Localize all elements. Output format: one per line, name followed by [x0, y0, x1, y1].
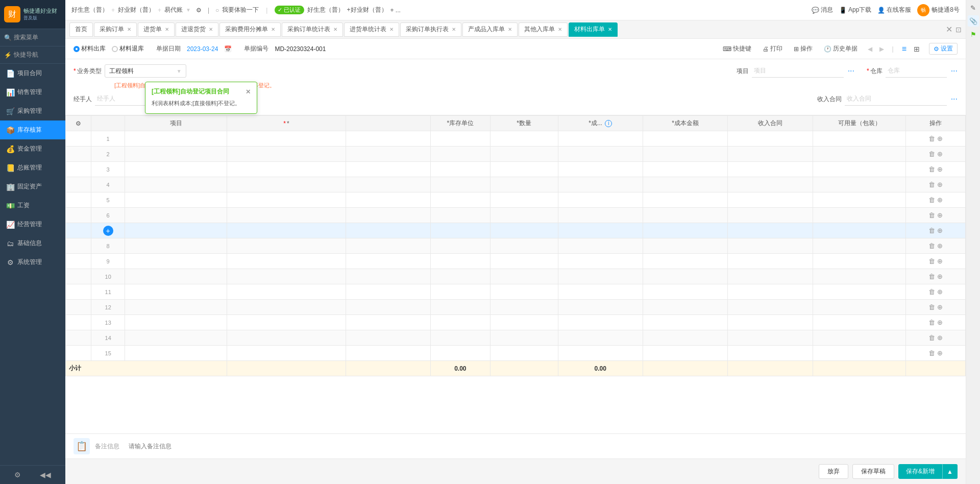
- data-cell[interactable]: [125, 254, 227, 269]
- data-cell[interactable]: [813, 330, 906, 346]
- copy-row-icon[interactable]: ⊕: [937, 319, 943, 326]
- sidebar-item-purchase[interactable]: 🛒 采购管理: [0, 102, 65, 120]
- copy-row-icon[interactable]: ⊕: [937, 181, 943, 188]
- data-cell[interactable]: [227, 177, 346, 192]
- data-cell[interactable]: [346, 284, 430, 300]
- nav-more[interactable]: + ...: [390, 7, 401, 14]
- save-new-arrow-button[interactable]: ▲: [942, 464, 958, 479]
- collapse-icon[interactable]: ◀◀: [40, 471, 51, 479]
- data-cell[interactable]: [558, 284, 643, 300]
- save-new-main-button[interactable]: 保存&新增: [898, 464, 942, 479]
- data-cell[interactable]: [125, 315, 227, 330]
- data-cell[interactable]: [227, 330, 346, 346]
- data-cell[interactable]: [227, 254, 346, 269]
- data-cell[interactable]: [728, 208, 813, 223]
- data-cell[interactable]: [643, 238, 727, 254]
- settings-icon[interactable]: ⚙: [14, 471, 21, 479]
- data-cell[interactable]: [728, 162, 813, 177]
- data-cell[interactable]: [431, 330, 490, 346]
- copy-row-icon[interactable]: ⊕: [937, 303, 943, 311]
- delete-row-icon[interactable]: 🗑: [928, 257, 935, 265]
- data-cell[interactable]: [125, 131, 227, 147]
- data-cell[interactable]: [490, 346, 558, 361]
- tab-purchase-stat-close[interactable]: ✕: [333, 27, 337, 32]
- data-cell[interactable]: [558, 223, 643, 238]
- data-cell[interactable]: [558, 177, 643, 192]
- data-cell[interactable]: [813, 300, 906, 315]
- data-cell[interactable]: [558, 238, 643, 254]
- data-cell[interactable]: [558, 192, 643, 208]
- save-draft-button[interactable]: 保存草稿: [852, 464, 894, 479]
- data-cell[interactable]: [227, 346, 346, 361]
- data-cell[interactable]: [728, 131, 813, 147]
- data-cell[interactable]: [643, 284, 727, 300]
- data-cell[interactable]: [431, 162, 490, 177]
- data-cell[interactable]: [346, 254, 430, 269]
- add-row-button[interactable]: +: [103, 226, 113, 236]
- data-cell[interactable]: [643, 223, 727, 238]
- copy-row-icon[interactable]: ⊕: [937, 165, 943, 173]
- data-cell[interactable]: [346, 177, 430, 192]
- right-flag-icon[interactable]: ⚑: [968, 29, 979, 40]
- sidebar-search[interactable]: 🔍 搜索菜单: [0, 29, 65, 46]
- data-cell[interactable]: [431, 192, 490, 208]
- data-cell[interactable]: [125, 208, 227, 223]
- data-cell[interactable]: [431, 208, 490, 223]
- data-cell[interactable]: [490, 269, 558, 284]
- tab-other-stock-close[interactable]: ✕: [558, 27, 562, 32]
- data-cell[interactable]: [643, 254, 727, 269]
- tab-purchase-receipt[interactable]: 进货单 ✕: [138, 22, 175, 37]
- tab-finished-stock-close[interactable]: ✕: [508, 27, 512, 32]
- sidebar-item-inventory[interactable]: 📦 库存核算: [0, 120, 65, 139]
- data-cell[interactable]: [813, 223, 906, 238]
- project-more-btn[interactable]: ···: [848, 66, 854, 76]
- online-service-btn[interactable]: 👤 在线客服: [877, 6, 911, 14]
- data-cell[interactable]: [125, 269, 227, 284]
- tab-purchase-return[interactable]: 进退货货 ✕: [176, 22, 218, 37]
- data-cell[interactable]: [558, 269, 643, 284]
- data-cell[interactable]: [346, 269, 430, 284]
- data-cell[interactable]: [431, 177, 490, 192]
- data-cell[interactable]: [431, 147, 490, 162]
- operate-btn[interactable]: ⊞ 操作: [791, 43, 816, 54]
- data-cell[interactable]: [813, 147, 906, 162]
- message-btn[interactable]: 💬 消息: [812, 6, 833, 14]
- data-cell[interactable]: [813, 208, 906, 223]
- data-cell[interactable]: [346, 162, 430, 177]
- tab-material-out-close[interactable]: ✕: [608, 27, 612, 32]
- shortcut-btn[interactable]: ⌨ 快捷键: [720, 43, 754, 54]
- view-grid-icon[interactable]: ⊞: [914, 45, 920, 53]
- data-cell[interactable]: [643, 300, 727, 315]
- data-cell[interactable]: [728, 192, 813, 208]
- tab-material-out[interactable]: 材料出库单 ✕: [569, 22, 618, 37]
- tab-window-controls[interactable]: ⊡: [955, 26, 962, 34]
- data-cell[interactable]: [125, 300, 227, 315]
- data-cell[interactable]: [643, 330, 727, 346]
- data-cell[interactable]: [125, 147, 227, 162]
- copy-row-icon[interactable]: ⊕: [937, 196, 943, 204]
- data-cell[interactable]: [125, 238, 227, 254]
- data-cell[interactable]: [728, 315, 813, 330]
- data-cell[interactable]: [643, 208, 727, 223]
- nav-item-3[interactable]: 易代账: [164, 6, 183, 14]
- data-cell[interactable]: [227, 131, 346, 147]
- sidebar-item-ledger[interactable]: 📒 总账管理: [0, 158, 65, 177]
- data-cell[interactable]: [558, 162, 643, 177]
- data-cell[interactable]: [728, 147, 813, 162]
- sidebar-item-management[interactable]: 📈 经营管理: [0, 215, 65, 234]
- note-input[interactable]: [129, 443, 958, 450]
- data-cell[interactable]: [490, 254, 558, 269]
- data-cell[interactable]: [813, 315, 906, 330]
- data-cell[interactable]: [728, 269, 813, 284]
- data-cell[interactable]: [346, 223, 430, 238]
- data-cell[interactable]: [346, 208, 430, 223]
- data-cell[interactable]: [346, 131, 430, 147]
- data-cell[interactable]: [431, 269, 490, 284]
- history-btn[interactable]: 🕐 历史单据: [821, 43, 861, 54]
- data-cell[interactable]: [227, 162, 346, 177]
- sidebar-item-finance[interactable]: 💰 资金管理: [0, 139, 65, 158]
- tab-expense-close[interactable]: ✕: [271, 27, 275, 32]
- data-cell[interactable]: [728, 284, 813, 300]
- data-cell[interactable]: [227, 223, 346, 238]
- copy-row-icon[interactable]: ⊕: [937, 349, 943, 357]
